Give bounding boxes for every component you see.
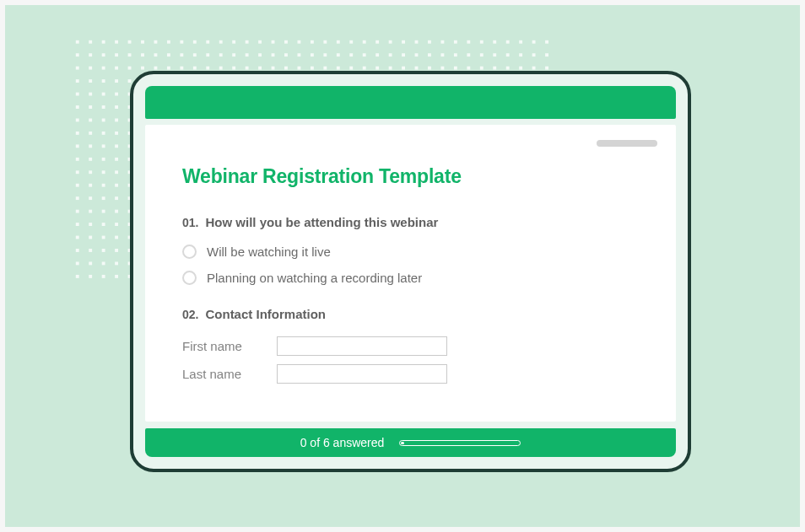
radio-icon: [182, 271, 197, 285]
question-1-options: Will be watching it live Planning on wat…: [182, 245, 639, 285]
option-label: Planning on watching a recording later: [207, 271, 422, 285]
top-accent-bar: [145, 86, 676, 119]
option-label: Will be watching it live: [207, 245, 331, 259]
progress-footer: 0 of 6 answered: [145, 428, 676, 457]
progress-text: 0 of 6 answered: [300, 436, 385, 449]
progress-bar: [399, 440, 521, 446]
question-2-number: 02.: [182, 308, 198, 321]
question-2-text: Contact Information: [205, 307, 326, 321]
last-name-label: Last name: [182, 367, 277, 381]
question-1-text: How will you be attending this webinar: [205, 215, 438, 229]
option-watch-live[interactable]: Will be watching it live: [182, 245, 639, 259]
question-1-number: 01.: [182, 216, 198, 229]
canvas-background: Webinar Registration Template 01. How wi…: [5, 5, 800, 527]
form-card: Webinar Registration Template 01. How wi…: [145, 125, 676, 422]
card-tag-pill: [597, 140, 657, 147]
progress-fill: [401, 442, 404, 444]
question-1-header: 01. How will you be attending this webin…: [182, 215, 639, 229]
last-name-input[interactable]: [277, 364, 447, 384]
first-name-row: First name: [182, 336, 639, 356]
form-title: Webinar Registration Template: [182, 165, 639, 188]
question-2-header: 02. Contact Information: [182, 307, 639, 321]
option-watch-recording[interactable]: Planning on watching a recording later: [182, 271, 639, 285]
first-name-input[interactable]: [277, 336, 447, 356]
last-name-row: Last name: [182, 364, 639, 384]
device-frame: Webinar Registration Template 01. How wi…: [130, 71, 691, 472]
contact-fields: First name Last name: [182, 336, 639, 384]
first-name-label: First name: [182, 339, 277, 353]
radio-icon: [182, 245, 197, 259]
